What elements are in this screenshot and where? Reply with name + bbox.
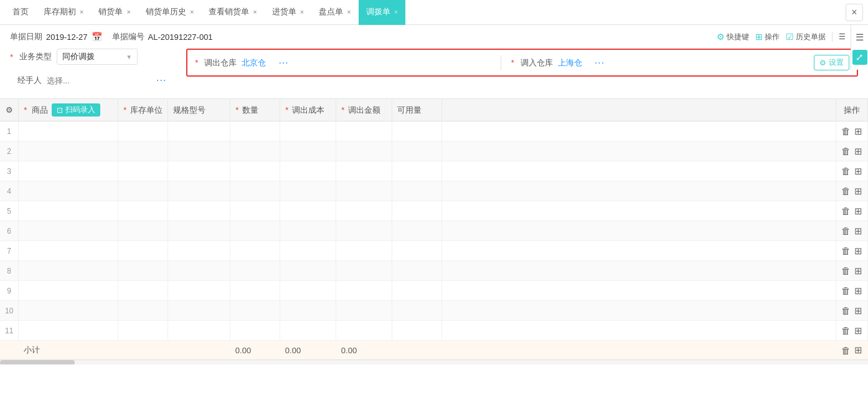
row-spec[interactable] xyxy=(168,181,230,201)
date-value[interactable]: 2019-12-27 xyxy=(46,32,88,42)
row-copy-icon[interactable]: ⊞ xyxy=(854,206,862,217)
row-spec[interactable] xyxy=(168,321,230,341)
row-amount[interactable] xyxy=(336,241,392,261)
row-delete-icon[interactable]: 🗑 xyxy=(841,305,851,316)
tab-sales-order-close[interactable]: × xyxy=(126,8,130,16)
row-cost[interactable] xyxy=(280,201,336,221)
row-available[interactable] xyxy=(392,201,442,221)
row-copy-icon[interactable]: ⊞ xyxy=(854,285,862,297)
row-product[interactable] xyxy=(19,261,118,281)
row-amount[interactable] xyxy=(336,201,392,221)
tab-purchase-order[interactable]: 进货单 × xyxy=(265,0,311,25)
sidebar-list-icon[interactable]: ☰ xyxy=(852,30,867,45)
row-available[interactable] xyxy=(392,281,442,301)
setting-button[interactable]: ⚙ 设置 xyxy=(814,55,849,70)
handler-more-icon[interactable]: ··· xyxy=(156,75,166,86)
row-delete-icon[interactable]: 🗑 xyxy=(841,325,851,336)
in-warehouse-more[interactable]: ··· xyxy=(595,57,605,69)
tab-sales-history[interactable]: 销货单历史 × xyxy=(138,0,201,25)
row-unit[interactable] xyxy=(118,201,168,221)
number-value[interactable]: AL-20191227-001 xyxy=(148,32,213,42)
row-product[interactable] xyxy=(19,161,118,181)
row-cost[interactable] xyxy=(280,241,336,261)
row-unit[interactable] xyxy=(118,241,168,261)
row-product[interactable] xyxy=(19,141,118,161)
row-spec[interactable] xyxy=(168,161,230,181)
row-product[interactable] xyxy=(19,301,118,321)
row-quantity[interactable] xyxy=(230,281,280,301)
row-available[interactable] xyxy=(392,121,442,141)
row-spec[interactable] xyxy=(168,121,230,141)
row-product[interactable] xyxy=(19,321,118,341)
tab-transfer-order-close[interactable]: × xyxy=(394,8,398,16)
row-cost[interactable] xyxy=(280,281,336,301)
out-warehouse-value[interactable]: 北京仓 xyxy=(242,57,266,69)
row-product[interactable] xyxy=(19,201,118,221)
row-amount[interactable] xyxy=(336,161,392,181)
row-unit[interactable] xyxy=(118,121,168,141)
row-available[interactable] xyxy=(392,261,442,281)
row-cost[interactable] xyxy=(280,321,336,341)
row-copy-icon[interactable]: ⊞ xyxy=(854,305,862,316)
scroll-thumb[interactable] xyxy=(0,360,75,364)
row-unit[interactable] xyxy=(118,141,168,161)
footer-delete-icon[interactable]: 🗑 xyxy=(841,345,851,356)
row-product[interactable] xyxy=(19,121,118,141)
row-spec[interactable] xyxy=(168,141,230,161)
row-delete-icon[interactable]: 🗑 xyxy=(841,265,851,276)
row-available[interactable] xyxy=(392,161,442,181)
row-amount[interactable] xyxy=(336,141,392,161)
shortcut-button[interactable]: ⚙ 快捷键 xyxy=(717,32,749,42)
row-amount[interactable] xyxy=(336,181,392,201)
row-spec[interactable] xyxy=(168,221,230,241)
row-amount[interactable] xyxy=(336,281,392,301)
row-quantity[interactable] xyxy=(230,321,280,341)
row-unit[interactable] xyxy=(118,161,168,181)
tab-stocktaking-close[interactable]: × xyxy=(347,8,351,16)
row-unit[interactable] xyxy=(118,181,168,201)
footer-copy-icon[interactable]: ⊞ xyxy=(854,345,862,356)
row-copy-icon[interactable]: ⊞ xyxy=(854,226,862,237)
in-warehouse-value[interactable]: 上海仓 xyxy=(558,57,582,69)
tab-home[interactable]: 首页 xyxy=(5,0,36,25)
horizontal-scrollbar[interactable] xyxy=(0,359,868,364)
row-available[interactable] xyxy=(392,301,442,321)
row-amount[interactable] xyxy=(336,261,392,281)
business-type-select[interactable]: 同价调拨 ▼ xyxy=(57,49,138,65)
row-cost[interactable] xyxy=(280,121,336,141)
row-cost[interactable] xyxy=(280,301,336,321)
handler-input[interactable] xyxy=(47,76,151,85)
row-delete-icon[interactable]: 🗑 xyxy=(841,245,851,256)
row-amount[interactable] xyxy=(336,321,392,341)
row-available[interactable] xyxy=(392,221,442,241)
tab-inventory-init-close[interactable]: × xyxy=(80,8,83,16)
row-quantity[interactable] xyxy=(230,181,280,201)
history-button[interactable]: ☑ 历史单据 xyxy=(786,32,826,42)
row-delete-icon[interactable]: 🗑 xyxy=(841,285,851,296)
row-quantity[interactable] xyxy=(230,161,280,181)
row-quantity[interactable] xyxy=(230,121,280,141)
row-spec[interactable] xyxy=(168,241,230,261)
row-cost[interactable] xyxy=(280,221,336,241)
row-delete-icon[interactable]: 🗑 xyxy=(841,226,851,236)
row-product[interactable] xyxy=(19,241,118,261)
row-cost[interactable] xyxy=(280,261,336,281)
row-cost[interactable] xyxy=(280,141,336,161)
row-cost[interactable] xyxy=(280,161,336,181)
row-unit[interactable] xyxy=(118,261,168,281)
row-copy-icon[interactable]: ⊞ xyxy=(854,166,862,177)
row-copy-icon[interactable]: ⊞ xyxy=(854,186,862,197)
row-quantity[interactable] xyxy=(230,261,280,281)
out-warehouse-more[interactable]: ··· xyxy=(278,57,288,69)
tab-stocktaking[interactable]: 盘点单 × xyxy=(311,0,358,25)
tab-view-sales[interactable]: 查看销货单 × xyxy=(201,0,264,25)
row-quantity[interactable] xyxy=(230,301,280,321)
row-delete-icon[interactable]: 🗑 xyxy=(841,146,851,156)
row-amount[interactable] xyxy=(336,221,392,241)
tab-sales-history-close[interactable]: × xyxy=(190,8,194,16)
tab-view-sales-close[interactable]: × xyxy=(253,8,257,16)
tab-inventory-init[interactable]: 库存期初 × xyxy=(36,0,91,25)
row-available[interactable] xyxy=(392,181,442,201)
row-quantity[interactable] xyxy=(230,201,280,221)
row-spec[interactable] xyxy=(168,201,230,221)
